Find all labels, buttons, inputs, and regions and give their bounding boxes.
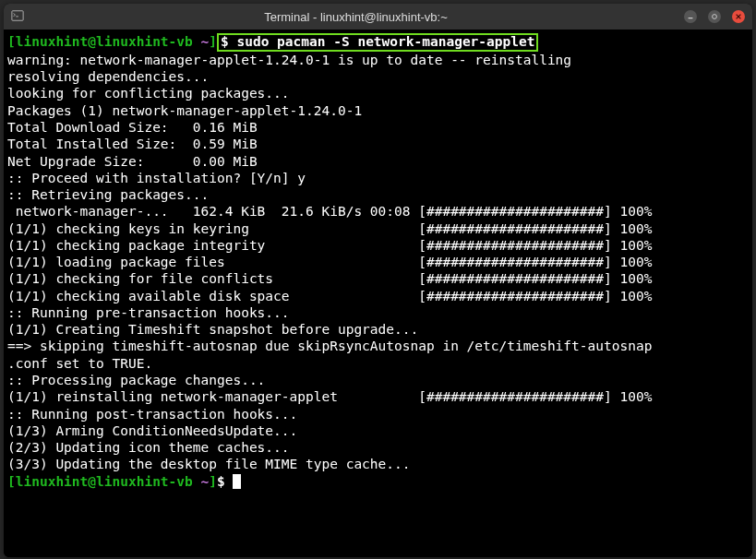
maximize-button[interactable] — [708, 10, 721, 23]
output-line: resolving dependencies... — [7, 68, 745, 85]
svg-point-3 — [713, 15, 717, 19]
output-line: .conf set to TRUE. — [7, 355, 745, 372]
terminal-output[interactable]: [linuxhint@linuxhint-vb ~]$ sudo pacman … — [4, 30, 752, 557]
output-line: Total Installed Size: 0.59 MiB — [7, 136, 745, 152]
output-line: (1/1) reinstalling network-manager-apple… — [7, 388, 745, 405]
output-line: (2/3) Updating icon theme caches... — [7, 439, 745, 456]
output-line: :: Running pre-transaction hooks... — [7, 304, 745, 321]
output-line: :: Running post-transaction hooks... — [7, 406, 745, 422]
terminal-window: Terminal - linuxhint@linuxhint-vb:~ [lin… — [4, 4, 752, 557]
prompt-userhost: linuxhint@linuxhint-vb — [16, 34, 193, 49]
output-line: (1/1) loading package files [###########… — [7, 254, 745, 270]
prompt-path: ~ — [201, 474, 210, 489]
output-line: looking for conflicting packages... — [7, 85, 745, 101]
command-highlight: $ sudo pacman -S network-manager-applet — [217, 33, 538, 52]
output-line: network-manager-... 162.4 KiB 21.6 KiB/s… — [7, 203, 745, 220]
window-title: Terminal - linuxhint@linuxhint-vb:~ — [33, 10, 678, 24]
output-line: (3/3) Updating the desktop file MIME typ… — [7, 456, 745, 472]
terminal-icon — [11, 9, 24, 25]
titlebar[interactable]: Terminal - linuxhint@linuxhint-vb:~ — [4, 4, 752, 30]
output-line: :: Retrieving packages... — [7, 186, 745, 203]
output-line: (1/1) checking package integrity [######… — [7, 237, 745, 254]
close-button[interactable] — [732, 10, 745, 23]
output-line: (1/1) checking keys in keyring [########… — [7, 220, 745, 237]
command-text: $ sudo pacman -S network-manager-applet — [221, 34, 534, 49]
output-line: ==> skipping timeshift-autosnap due skip… — [7, 338, 745, 354]
output-line: (1/1) checking for file conflicts [#####… — [7, 270, 745, 287]
prompt-bracket-open: [ — [7, 474, 16, 489]
output-line: Total Download Size: 0.16 MiB — [7, 119, 745, 136]
output-line: :: Proceed with installation? [Y/n] y — [7, 170, 745, 186]
prompt-sigil: $ — [217, 474, 225, 489]
output-line: warning: network-manager-applet-1.24.0-1… — [7, 52, 745, 68]
window-controls — [684, 10, 745, 23]
output-line: (1/1) Creating Timeshift snapshot before… — [7, 321, 745, 338]
cursor — [233, 474, 241, 489]
output-line: (1/3) Arming ConditionNeedsUpdate... — [7, 422, 745, 439]
minimize-button[interactable] — [684, 10, 697, 23]
output-line: Packages (1) network-manager-applet-1.24… — [7, 102, 745, 119]
output-line: :: Processing package changes... — [7, 372, 745, 388]
output-line: (1/1) checking available disk space [###… — [7, 288, 745, 304]
prompt-userhost: linuxhint@linuxhint-vb — [16, 474, 193, 489]
prompt-bracket-close: ] — [209, 474, 217, 489]
svg-rect-0 — [12, 10, 23, 20]
prompt-path: ~ — [201, 34, 210, 49]
output-line: Net Upgrade Size: 0.00 MiB — [7, 153, 745, 170]
prompt-line-2: [linuxhint@linuxhint-vb ~]$ — [7, 473, 745, 490]
prompt-bracket-open: [ — [7, 34, 16, 49]
prompt-bracket-close: ] — [209, 34, 217, 49]
prompt-line-1: [linuxhint@linuxhint-vb ~]$ sudo pacman … — [7, 33, 745, 52]
